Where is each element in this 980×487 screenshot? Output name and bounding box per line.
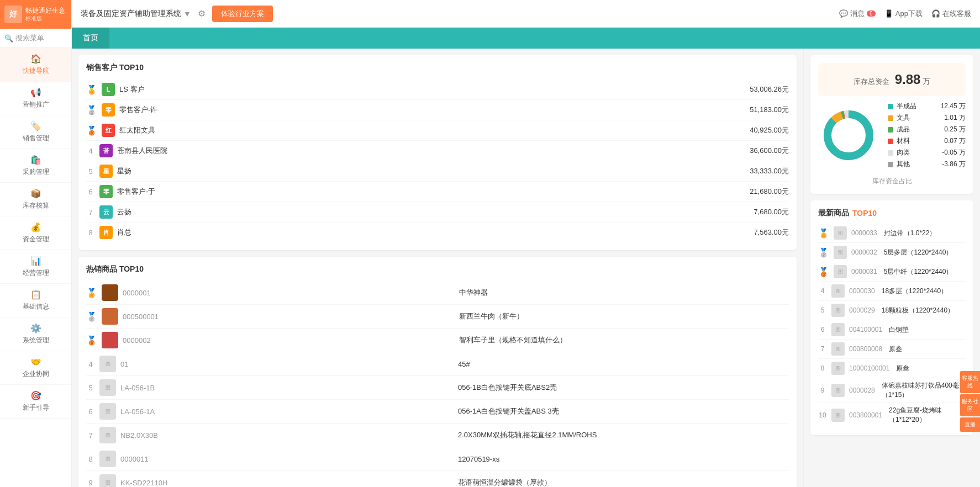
sidebar-search[interactable]: 🔍 搜索菜单 xyxy=(0,29,71,48)
legend-value: -0.05 万 xyxy=(942,148,966,157)
sidebar-item-7[interactable]: 📋基础信息 xyxy=(0,284,71,317)
sidebar-item-3[interactable]: 🛍️采购管理 xyxy=(0,149,71,183)
rank-num-4: 4 xyxy=(86,147,95,155)
sidebar-item-8[interactable]: ⚙️系统管理 xyxy=(0,317,71,351)
new-product-image: 图 xyxy=(831,284,845,298)
sidebar-item-0[interactable]: 🏠快捷导航 xyxy=(0,48,71,82)
rank-num-8: 8 xyxy=(818,364,827,372)
message-badge: 6 xyxy=(867,10,876,17)
customer-badge: 苦 xyxy=(99,144,113,157)
new-product-name: 5层多层（1220*2440） xyxy=(884,248,966,257)
main-area: 装备及固定资产辅助管理系统 ▼ ⚙ 体验行业方案 💬 消息 6 📱 App下载 … xyxy=(72,0,980,487)
product-code: 01 xyxy=(120,360,451,368)
inventory-caption: 库存资金占比 xyxy=(818,177,966,186)
medal-silver-icon: 🥈 xyxy=(818,247,829,258)
customer-badge: 星 xyxy=(99,165,113,178)
phone-icon: 📱 xyxy=(884,9,893,18)
middle-col: 销售客户 TOP10 🏅 L LS 客户 53,006.26元 🥈 零 零售客户… xyxy=(72,49,803,487)
new-product-code: 0000033 xyxy=(851,229,877,237)
nav-label-7: 基础信息 xyxy=(23,302,49,311)
new-product-code: 10000100001 xyxy=(849,364,889,372)
online-service-btn[interactable]: 🎧 在线客服 xyxy=(931,9,971,19)
product-image-placeholder: 图 xyxy=(99,379,116,396)
legend-color-dot xyxy=(888,162,893,167)
message-icon: 💬 xyxy=(839,9,848,18)
new-product-name: 22g鱼豆腐-烧烤味（1*12*20） xyxy=(889,406,966,425)
rank-num-7: 7 xyxy=(818,345,827,353)
sales-list-item: 5 星 星扬 33,333.00元 xyxy=(86,161,789,182)
nav-icon-1: 📢 xyxy=(30,87,41,98)
medal-bronze-icon: 🥉 xyxy=(86,125,97,136)
new-product-item: 10 图 003800001 22g鱼豆腐-烧烤味（1*12*20） xyxy=(818,403,966,427)
hot-product-item: 9 图 KK-SD22110H 花语萌恒温分罐罐袋（厚款） xyxy=(86,471,789,487)
new-product-code: 000800008 xyxy=(849,345,882,353)
sidebar-item-5[interactable]: 💰资金管理 xyxy=(0,216,71,250)
trial-btn[interactable]: 体验行业方案 xyxy=(212,6,273,22)
sales-list-item: 🥈 零 零售客户-许 51,183.00元 xyxy=(86,100,789,120)
new-product-item: 🥉 图 0000031 5层中纤（1220*2440） xyxy=(818,262,966,282)
float-btn-2[interactable]: 直播 xyxy=(960,417,980,432)
sidebar-item-10[interactable]: 🎯新手引导 xyxy=(0,385,71,419)
new-product-item: 8 图 10000100001 原叁 xyxy=(818,359,966,378)
right-col: 库存总资金 9.88 万 xyxy=(803,49,980,487)
sidebar-item-2[interactable]: 🏷️销售管理 xyxy=(0,115,71,149)
search-icon: 🔍 xyxy=(4,34,13,43)
sidebar-item-9[interactable]: 🤝企业协同 xyxy=(0,351,71,385)
product-name: 智利车子里（规格不知道填什么） xyxy=(459,335,789,345)
customer-badge: 红 xyxy=(102,124,115,137)
sales-list-item: 4 苦 苍南县人民医院 36,600.00元 xyxy=(86,141,789,161)
new-products-title: 最新商品 TOP10 xyxy=(818,208,966,218)
customer-amount: 21,680.00元 xyxy=(750,187,789,197)
customer-name: 云扬 xyxy=(117,207,749,217)
rank-num-6: 6 xyxy=(86,188,95,196)
product-code: LA-056-1A xyxy=(120,407,451,416)
product-name: 45# xyxy=(458,360,789,368)
float-buttons: 客服热线服务社区直播 xyxy=(960,371,980,432)
sales-list-item: 8 肖 肖总 7,563.00元 xyxy=(86,223,789,242)
nav-label-0: 快捷导航 xyxy=(23,66,49,76)
message-btn[interactable]: 💬 消息 6 xyxy=(839,9,876,19)
rank-num-8: 8 xyxy=(86,455,95,463)
sidebar-item-1[interactable]: 📢营销推广 xyxy=(0,82,71,115)
rank-num-9: 9 xyxy=(818,387,827,394)
customer-badge: 肖 xyxy=(99,226,113,239)
dropdown-icon[interactable]: ▼ xyxy=(183,9,191,18)
new-product-code: 0000030 xyxy=(849,287,875,295)
legend-value: 0.25 万 xyxy=(944,125,966,134)
product-image xyxy=(102,284,118,301)
customer-amount: 40,925.00元 xyxy=(750,125,789,135)
float-btn-0[interactable]: 客服热线 xyxy=(960,371,980,393)
new-product-image: 图 xyxy=(831,323,845,336)
nav-icon-10: 🎯 xyxy=(30,390,41,401)
product-image-placeholder: 图 xyxy=(99,451,116,467)
sidebar-item-4[interactable]: 📦库存核算 xyxy=(0,183,71,216)
product-image-placeholder: 图 xyxy=(99,474,116,487)
legend-color-dot xyxy=(888,115,893,121)
rank-num-10: 10 xyxy=(818,411,827,419)
rank-num-5: 5 xyxy=(818,306,827,314)
nav-label-6: 经营管理 xyxy=(23,268,49,278)
float-btn-1[interactable]: 服务社区 xyxy=(960,394,980,416)
new-product-name: 5层中纤（1220*2440） xyxy=(884,267,966,277)
nav-icon-3: 🛍️ xyxy=(30,155,41,165)
tab-home[interactable]: 首页 xyxy=(72,28,109,49)
new-product-name: 白钢垫 xyxy=(889,325,966,335)
product-image-placeholder: 图 xyxy=(99,427,116,443)
donut-chart-svg xyxy=(818,105,879,166)
content: 销售客户 TOP10 🏅 L LS 客户 53,006.26元 🥈 零 零售客户… xyxy=(72,49,980,487)
legend-item: 其他 -3.86 万 xyxy=(888,158,966,170)
legend-item: 半成品 12.45 万 xyxy=(888,100,966,112)
new-product-item: 6 图 004100001 白钢垫 xyxy=(818,320,966,340)
new-product-item: 4 图 0000030 18多层（1220*2440） xyxy=(818,282,966,301)
app-download-btn[interactable]: 📱 App下载 xyxy=(884,9,923,19)
settings-icon[interactable]: ⚙ xyxy=(198,8,206,19)
sales-list-item: 🏅 L LS 客户 53,006.26元 xyxy=(86,80,789,100)
new-product-code: 003800001 xyxy=(849,411,882,419)
nav-icon-2: 🏷️ xyxy=(30,121,41,131)
sidebar-item-6[interactable]: 📊经营管理 xyxy=(0,250,71,284)
new-product-name: 体碗嘉枝味苏打饮品400毫升（1*15） xyxy=(882,381,966,400)
product-code: NB2.0X30B xyxy=(120,431,451,440)
customer-amount: 7,680.00元 xyxy=(754,207,789,217)
customer-name: LS 客户 xyxy=(119,84,745,94)
new-product-image: 图 xyxy=(831,362,845,375)
